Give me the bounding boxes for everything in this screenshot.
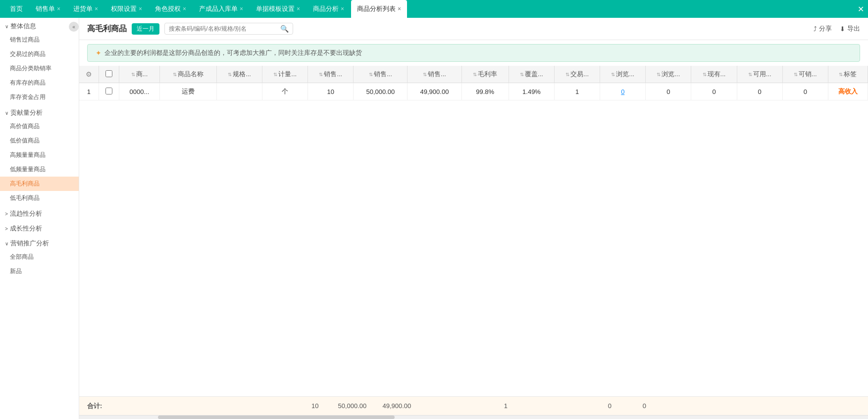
table-row: 10000...运费个1050,000.0049,900.0099.8%1.49…	[79, 83, 868, 100]
col-header-sales-amount[interactable]: ⇅销售...	[354, 66, 408, 83]
scrollbar-thumb[interactable]	[158, 416, 395, 419]
top-nav-bar: 首页销售单 ×进货单 ×权限设置 ×角色授权 ×产成品入库单 ×单据模板设置 ×…	[0, 0, 868, 18]
row-current-stock: 0	[691, 83, 737, 100]
nav-close-sales-order[interactable]: ×	[57, 5, 60, 12]
footer-cell	[454, 402, 488, 410]
chevron-down-icon: ∨	[5, 24, 8, 29]
col-header-settings[interactable]: ⚙	[79, 66, 99, 83]
col-header-sales-qty[interactable]: ⇅销售...	[308, 66, 354, 83]
col-header-browse2[interactable]: ⇅浏览...	[646, 66, 691, 83]
nav-item-product-analysis[interactable]: 商品分析 ×	[307, 0, 350, 18]
nav-item-role-permission[interactable]: 角色授权 ×	[149, 0, 192, 18]
footer-cell: 1	[488, 402, 523, 410]
sidebar-section-overall-info[interactable]: ∨整体信息	[0, 18, 79, 33]
row-checkbox[interactable]	[99, 83, 119, 100]
col-header-current-stock[interactable]: ⇅现有...	[691, 66, 737, 83]
info-banner: ✦ 企业的主要的利润都是这部分商品创造的，可考虑加大推广，同时关注库存是不要出现…	[87, 44, 860, 62]
data-table: ⚙⇅商...⇅商品名称⇅规格...⇅计量...⇅销售...⇅销售...⇅销售..…	[79, 66, 868, 100]
sort-icon: ⇅	[369, 72, 373, 77]
sidebar-item-in-stock-goods[interactable]: 有库存的商品	[0, 76, 79, 90]
footer-cell	[662, 402, 696, 410]
settings-icon[interactable]: ⚙	[86, 70, 92, 78]
search-icon[interactable]: 🔍	[280, 25, 289, 33]
sidebar-item-traded-goods[interactable]: 交易过的商品	[0, 47, 79, 61]
nav-close-product-entry[interactable]: ×	[240, 5, 243, 12]
sidebar-item-sales-goods[interactable]: 销售过商品	[0, 33, 79, 47]
nav-item-doc-template[interactable]: 单据模板设置 ×	[250, 0, 306, 18]
sort-icon: ⇅	[520, 72, 524, 77]
search-input[interactable]	[169, 25, 277, 32]
table-container: ⚙⇅商...⇅商品名称⇅规格...⇅计量...⇅销售...⇅销售...⇅销售..…	[79, 66, 868, 396]
sidebar-item-low-profit-goods[interactable]: 低毛利商品	[0, 191, 79, 205]
footer-cell: 50,000.00	[330, 402, 374, 410]
footer-cell	[112, 402, 127, 410]
chevron-down-icon: ∨	[5, 241, 8, 246]
horizontal-scrollbar[interactable]	[79, 415, 868, 419]
col-header-unit[interactable]: ⇅计量...	[262, 66, 308, 83]
sidebar-section-profit-analysis[interactable]: ∨贡献量分析	[0, 104, 79, 119]
col-header-tag[interactable]: ⇅标签	[828, 66, 868, 83]
sidebar-section-trend-analysis[interactable]: >流趋性分析	[0, 205, 79, 220]
sidebar-section-growth-analysis[interactable]: >成长性分析	[0, 220, 79, 235]
close-app-button[interactable]: ✕	[858, 4, 864, 14]
sidebar-item-new-goods[interactable]: 新品	[0, 264, 79, 279]
sidebar-item-high-profit-goods[interactable]: 高毛利商品	[0, 177, 79, 191]
nav-close-role-permission[interactable]: ×	[183, 5, 186, 12]
col-header-sellable-stock[interactable]: ⇅可销...	[782, 66, 828, 83]
nav-close-product-analysis[interactable]: ×	[341, 5, 344, 12]
chevron-down-icon: >	[5, 226, 8, 232]
nav-item-product-analysis-list[interactable]: 商品分析列表 ×	[351, 0, 407, 18]
sidebar-section-marketing-analysis[interactable]: ∨营销推广分析	[0, 235, 79, 250]
row-browse1[interactable]: 0	[600, 83, 646, 100]
sidebar-item-all-goods[interactable]: 全部商品	[0, 250, 79, 264]
col-header-browse1[interactable]: ⇅浏览...	[600, 66, 646, 83]
sidebar-item-high-value-goods[interactable]: 高价值商品	[0, 119, 79, 134]
col-header-sales-cost[interactable]: ⇅销售...	[408, 66, 461, 83]
sidebar-collapse-button[interactable]: «	[69, 22, 79, 32]
sidebar-item-low-value-goods[interactable]: 低价值商品	[0, 134, 79, 148]
sidebar-item-goods-conversion[interactable]: 商品分类助销率	[0, 61, 79, 76]
header-actions: ⤴ 分享 ⬇ 导出	[814, 24, 860, 33]
info-icon: ✦	[96, 49, 102, 57]
sidebar-item-high-freq-goods[interactable]: 高频量量商品	[0, 148, 79, 162]
nav-close-permission-settings[interactable]: ×	[139, 5, 142, 12]
nav-close-doc-template[interactable]: ×	[297, 5, 300, 12]
content-header: 高毛利商品 近一月 🔍 ⤴ 分享 ⬇ 导出	[79, 18, 868, 40]
nav-item-sales-order[interactable]: 销售单 ×	[30, 0, 66, 18]
col-header-code[interactable]: ⇅商...	[119, 66, 159, 83]
nav-close-product-analysis-list[interactable]: ×	[398, 5, 401, 12]
share-button[interactable]: ⤴ 分享	[814, 24, 832, 33]
col-header-coverage[interactable]: ⇅覆盖...	[509, 66, 554, 83]
table-footer: 合计: 1050,000.0049,900.00100	[79, 396, 868, 415]
nav-close-purchase-order[interactable]: ×	[95, 5, 98, 12]
nav-item-permission-settings[interactable]: 权限设置 ×	[105, 0, 148, 18]
row-browse2: 0	[646, 83, 691, 100]
footer-cell: 0	[627, 402, 662, 410]
footer-cell	[236, 402, 270, 410]
row-spec	[217, 83, 262, 100]
footer-cell	[558, 402, 592, 410]
footer-cells: 1050,000.0049,900.00100	[112, 402, 860, 410]
col-header-transaction[interactable]: ⇅交易...	[555, 66, 600, 83]
col-header-checkbox[interactable]	[99, 66, 119, 83]
col-header-name[interactable]: ⇅商品名称	[159, 66, 216, 83]
row-select-0[interactable]	[105, 88, 112, 94]
nav-item-home[interactable]: 首页	[4, 0, 29, 18]
sidebar-item-low-freq-goods[interactable]: 低频量量商品	[0, 162, 79, 177]
row-index: 1	[79, 83, 99, 100]
select-all-checkbox[interactable]	[105, 70, 112, 77]
nav-item-purchase-order[interactable]: 进货单 ×	[67, 0, 104, 18]
footer-cell: 10	[300, 402, 330, 410]
col-header-gross-margin[interactable]: ⇅毛利率	[461, 66, 509, 83]
export-button[interactable]: ⬇ 导出	[840, 24, 860, 33]
sort-icon: ⇅	[273, 72, 277, 77]
time-filter-button[interactable]: 近一月	[132, 23, 159, 35]
footer-cell	[523, 402, 558, 410]
col-header-spec[interactable]: ⇅规格...	[217, 66, 262, 83]
row-sales-qty: 10	[308, 83, 354, 100]
main-layout: « ∨整体信息销售过商品交易过的商品商品分类助销率有库存的商品库存资金占用∨贡献…	[0, 18, 868, 419]
sidebar-item-stock-occupation[interactable]: 库存资金占用	[0, 90, 79, 104]
col-header-available-stock[interactable]: ⇅可用...	[737, 66, 782, 83]
nav-item-product-entry[interactable]: 产成品入库单 ×	[193, 0, 249, 18]
footer-cell: 0	[592, 402, 627, 410]
